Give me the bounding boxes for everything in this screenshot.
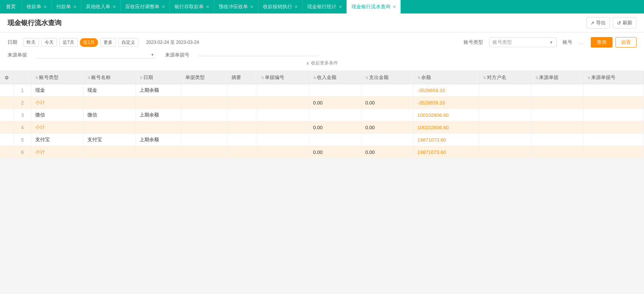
- account-type-placeholder: 账号类型: [492, 39, 512, 46]
- account-type-select[interactable]: 账号类型 ▼: [489, 37, 557, 47]
- collapse-row: ∧ 收起更多条件: [8, 58, 636, 66]
- close-tab-icon[interactable]: ✕: [44, 0, 47, 13]
- source-doc-label: 来源单据: [8, 52, 27, 58]
- page-header: 现金银行流水查询 ↗ 导出 ↺ 刷新: [0, 13, 644, 33]
- source-doc-chevron: ▼: [150, 52, 155, 57]
- col-doc-no-header[interactable]: ⇅单据编号: [257, 71, 309, 84]
- close-tab-icon[interactable]: ✕: [73, 0, 77, 13]
- table-row: 1现金现金上期余额-3528659.33: [0, 84, 644, 97]
- col-date-header[interactable]: ⇅日期: [136, 71, 182, 84]
- date-btn-更多[interactable]: 更多: [100, 38, 116, 47]
- sort-icon: ⇅: [35, 76, 38, 80]
- nav-home[interactable]: 首页: [0, 0, 22, 13]
- date-buttons: 昨天今天近7天近1月更多自定义: [23, 38, 138, 47]
- export-icon: ↗: [590, 20, 594, 26]
- close-tab-icon[interactable]: ✕: [250, 0, 254, 13]
- export-button[interactable]: ↗ 导出: [586, 17, 610, 28]
- close-tab-icon[interactable]: ✕: [393, 0, 396, 13]
- account-label: 账号: [563, 39, 572, 46]
- tab-cash-bank-flow[interactable]: 现金银行流水查询✕: [347, 0, 401, 13]
- filter-row-2: 来源单据 ▼ 来源单据号: [8, 51, 636, 58]
- collapse-button[interactable]: ∧ 收起更多条件: [306, 60, 338, 66]
- header-actions: ↗ 导出 ↺ 刷新: [586, 17, 636, 28]
- date-btn-今天[interactable]: 今天: [41, 38, 57, 47]
- source-doc-no-input[interactable]: [198, 54, 318, 56]
- sort-icon: ⇅: [365, 76, 368, 80]
- sort-icon: ⇅: [261, 76, 264, 80]
- col-counterpart-header[interactable]: ⇅对方户名: [479, 71, 531, 84]
- tab-cash-bank-stat[interactable]: 现金银行统计✕: [302, 0, 347, 13]
- tab-payments[interactable]: 付款单✕: [51, 0, 81, 13]
- source-doc-no-label: 来源单据号: [165, 52, 189, 58]
- source-doc-select[interactable]: ▼: [36, 51, 156, 58]
- sort-icon: ⇅: [140, 76, 143, 80]
- top-nav: 首页 收款单✕付款单✕其他收入单✕应收应付调整单✕银行存取款单✕预收冲应收单✕收…: [0, 0, 644, 13]
- sort-icon: ⇅: [587, 76, 590, 80]
- account-type-label: 账号类型: [464, 39, 483, 46]
- close-tab-icon[interactable]: ✕: [206, 0, 209, 13]
- col-index-header: [14, 71, 31, 84]
- refresh-icon: ↺: [617, 20, 621, 26]
- col-summary-header: 摘要: [227, 71, 257, 84]
- tab-ar-adj[interactable]: 应收应付调整单✕: [120, 0, 170, 13]
- col-account-type-header[interactable]: ⇅账号类型: [31, 71, 83, 84]
- table-row: 6小计0.000.0019871073.60: [0, 146, 644, 158]
- col-balance-header[interactable]: ⇅余额: [414, 71, 479, 84]
- table-row: 4小计0.000.00100102606.60: [0, 121, 644, 134]
- sort-icon: ⇅: [483, 76, 486, 80]
- tab-bank-deposit[interactable]: 银行存取款单✕: [170, 0, 214, 13]
- filter-action-buttons: 查询 设置: [591, 37, 636, 48]
- col-expense-header[interactable]: ⇅支出金额: [361, 71, 413, 84]
- filter-area: 日期 昨天今天近7天近1月更多自定义 2023-02-24 至 2023-03-…: [0, 33, 644, 71]
- tab-receipts[interactable]: 收款单✕: [22, 0, 51, 13]
- close-tab-icon[interactable]: ✕: [339, 0, 342, 13]
- page-title: 现金银行流水查询: [8, 18, 62, 27]
- tab-other-income[interactable]: 其他收入单✕: [81, 0, 120, 13]
- query-button[interactable]: 查询: [591, 37, 612, 48]
- col-income-header[interactable]: ⇅收入金额: [309, 71, 361, 84]
- table-row: 5支付宝支付宝上期余额19871073.60: [0, 134, 644, 146]
- collapse-icon: ∧: [306, 61, 309, 66]
- table-row: 3微信微信上期余额100102606.60: [0, 109, 644, 121]
- col-source-doc-no-header[interactable]: ⇅来源单据号: [583, 71, 644, 84]
- col-doc-type-header: 单据类型: [182, 71, 227, 84]
- date-filter-label: 日期: [8, 39, 17, 46]
- sort-icon: ⇅: [535, 76, 538, 80]
- table-row: 2小计0.000.00-3528659.33: [0, 97, 644, 109]
- sort-icon: ⇅: [313, 76, 316, 80]
- col-account-name-header[interactable]: ⇅账号名称: [83, 71, 135, 84]
- gear-icon[interactable]: ⚙: [5, 75, 9, 81]
- date-btn-近7天[interactable]: 近7天: [59, 38, 78, 47]
- account-ellipsis: ...: [578, 40, 585, 45]
- data-table: ⚙⇅账号类型⇅账号名称⇅日期单据类型摘要⇅单据编号⇅收入金额⇅支出金额⇅余额⇅对…: [0, 71, 644, 158]
- date-btn-近1月[interactable]: 近1月: [80, 38, 98, 47]
- account-type-chevron: ▼: [549, 40, 553, 45]
- refresh-button[interactable]: ↺ 刷新: [613, 17, 636, 28]
- close-tab-icon[interactable]: ✕: [162, 0, 165, 13]
- close-tab-icon[interactable]: ✕: [113, 0, 116, 13]
- tab-advance-write[interactable]: 预收冲应收单✕: [214, 0, 258, 13]
- col-gear-header: ⚙: [0, 71, 14, 84]
- table-container: ⚙⇅账号类型⇅账号名称⇅日期单据类型摘要⇅单据编号⇅收入金额⇅支出金额⇅余额⇅对…: [0, 71, 644, 158]
- filter-row-1: 日期 昨天今天近7天近1月更多自定义 2023-02-24 至 2023-03-…: [8, 37, 636, 48]
- date-btn-自定义[interactable]: 自定义: [118, 38, 138, 47]
- settings-button[interactable]: 设置: [615, 37, 636, 48]
- date-btn-昨天[interactable]: 昨天: [23, 38, 39, 47]
- col-source-doc-header[interactable]: ⇅来源单据: [531, 71, 583, 84]
- sort-icon: ⇅: [87, 76, 90, 80]
- close-tab-icon[interactable]: ✕: [294, 0, 298, 13]
- sort-icon: ⇅: [417, 76, 420, 80]
- tab-collection-exec[interactable]: 收款核销执行✕: [258, 0, 302, 13]
- date-range-display: 2023-02-24 至 2023-03-24: [146, 39, 199, 46]
